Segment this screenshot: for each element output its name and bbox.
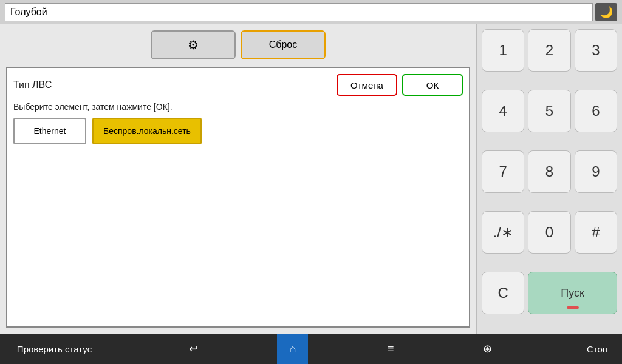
num-7[interactable]: 7 bbox=[482, 150, 524, 193]
spacer4 bbox=[404, 334, 474, 364]
dialog-box: Тип ЛВС Отмена ОК Выберите элемент, зате… bbox=[6, 67, 470, 328]
clear-button[interactable]: C bbox=[482, 272, 524, 314]
wifi-icon: ⊛ bbox=[483, 342, 492, 356]
numpad: 1 2 3 4 5 6 7 8 9 ./∗ 0 # C Пуск bbox=[476, 24, 622, 334]
bottom-bar: Проверить статус ↩ ⌂ ≡ ⊛ Стоп bbox=[0, 334, 622, 364]
status-button[interactable]: Проверить статус bbox=[0, 334, 109, 364]
home-button[interactable]: ⌂ bbox=[277, 334, 308, 364]
num-4[interactable]: 4 bbox=[482, 90, 524, 132]
main-area: ⚙ Сброс Тип ЛВС Отмена ОК Выберите элеме… bbox=[0, 24, 622, 334]
num-0[interactable]: 0 bbox=[528, 211, 570, 254]
option-ethernet[interactable]: Ethernet bbox=[13, 118, 86, 144]
clear-label: C bbox=[497, 285, 508, 302]
back-button[interactable]: ↩ bbox=[179, 334, 208, 364]
start-button[interactable]: Пуск bbox=[528, 272, 617, 314]
num-1[interactable]: 1 bbox=[482, 29, 524, 72]
option-ethernet-label: Ethernet bbox=[34, 126, 66, 136]
options-row: Ethernet Беспров.локальн.сеть bbox=[13, 118, 463, 144]
num-8[interactable]: 8 bbox=[528, 150, 570, 193]
moon-icon: 🌙 bbox=[600, 5, 613, 19]
gear-icon: ⚙ bbox=[188, 38, 199, 52]
menu-icon: ≡ bbox=[388, 343, 394, 356]
status-label: Проверить статус bbox=[17, 344, 92, 354]
num-2[interactable]: 2 bbox=[528, 29, 570, 72]
spacer3 bbox=[308, 334, 378, 364]
toolbar-row: ⚙ Сброс bbox=[6, 30, 470, 59]
num-dot-star[interactable]: ./∗ bbox=[482, 211, 524, 254]
instruction-text: Выберите элемент, затем нажмите [ОК]. bbox=[13, 102, 463, 112]
cancel-button[interactable]: Отмена bbox=[337, 74, 397, 96]
spacer5 bbox=[502, 334, 572, 364]
reset-label: Сброс bbox=[269, 39, 298, 50]
option-wireless-label: Беспров.локальн.сеть bbox=[103, 126, 191, 136]
left-panel: ⚙ Сброс Тип ЛВС Отмена ОК Выберите элеме… bbox=[0, 24, 476, 334]
ok-label: ОК bbox=[426, 80, 439, 90]
gear-button[interactable]: ⚙ bbox=[151, 30, 236, 59]
num-6[interactable]: 6 bbox=[575, 90, 617, 132]
num-hash[interactable]: # bbox=[575, 211, 617, 254]
dialog-header: Тип ЛВС Отмена ОК bbox=[13, 74, 463, 96]
spacer2 bbox=[208, 334, 278, 364]
num-3[interactable]: 3 bbox=[575, 29, 617, 72]
back-icon: ↩ bbox=[189, 342, 198, 356]
spacer bbox=[109, 334, 179, 364]
num-5[interactable]: 5 bbox=[528, 90, 570, 132]
top-bar-input[interactable]: Голубой bbox=[5, 3, 593, 21]
dialog-title: Тип ЛВС bbox=[13, 79, 332, 90]
home-icon: ⌂ bbox=[289, 343, 296, 356]
cancel-label: Отмена bbox=[350, 80, 383, 90]
top-bar-value: Голубой bbox=[10, 7, 47, 18]
ok-button[interactable]: ОК bbox=[402, 74, 463, 96]
start-label: Пуск bbox=[561, 287, 584, 300]
num-9[interactable]: 9 bbox=[575, 150, 617, 193]
option-wireless[interactable]: Беспров.локальн.сеть bbox=[92, 118, 202, 144]
stop-button[interactable]: Стоп bbox=[572, 334, 622, 364]
moon-button[interactable]: 🌙 bbox=[595, 3, 617, 21]
top-bar: Голубой 🌙 bbox=[0, 0, 622, 24]
reset-button[interactable]: Сброс bbox=[241, 30, 326, 59]
menu-button[interactable]: ≡ bbox=[378, 334, 404, 364]
wifi-button[interactable]: ⊛ bbox=[473, 334, 502, 364]
stop-label: Стоп bbox=[587, 344, 607, 354]
